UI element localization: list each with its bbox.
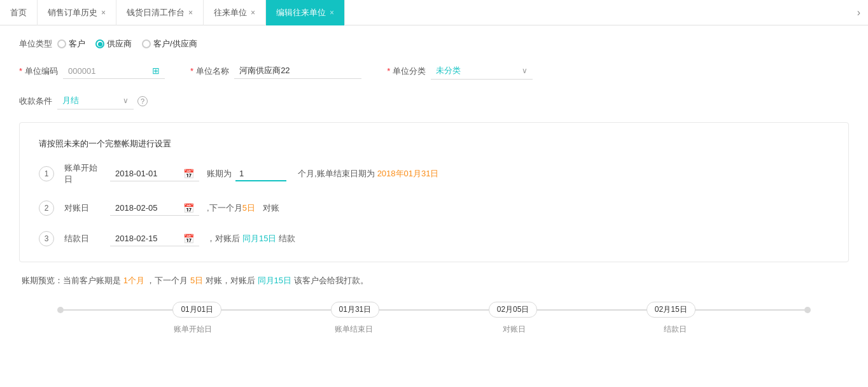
unit-code-input[interactable] (68, 66, 150, 76)
timeline-label-text-4: 结款日 (664, 324, 687, 335)
period-settings-box: 请按照未来的一个完整帐期进行设置 1 账单开始日 📅 账期为 个月,账单结束日期… (19, 122, 849, 262)
unit-name-required: * (190, 66, 193, 76)
radio-both[interactable]: 客户/供应商 (142, 38, 197, 50)
timeline-node-3: 02月05日 (489, 302, 538, 318)
radio-supplier[interactable]: 供应商 (95, 38, 132, 50)
preview-prefix: 账期预览：当前客户账期是 (22, 276, 121, 285)
payment-terms-help-icon[interactable]: ? (137, 96, 148, 106)
radio-customer[interactable]: 客户 (57, 38, 85, 50)
timeline-start-dot (57, 307, 64, 313)
period-date-input-1: 📅 (110, 167, 199, 181)
timeline-section: 01月01日 01月31日 02月05日 02月15日 (19, 302, 849, 335)
unit-name-group: * 单位名称 (190, 64, 361, 79)
payment-terms-dropdown[interactable]: 月结 ∨ (57, 92, 134, 109)
period-desc-2a: ,下一个月 (207, 202, 242, 214)
period-desc-1b: 个月,账单结束日期为 (298, 168, 375, 179)
timeline-line-5 (696, 309, 804, 311)
period-num-2: 2 (39, 201, 54, 216)
timeline-node-2: 01月31日 (331, 302, 380, 318)
calendar-icon-3[interactable]: 📅 (183, 234, 194, 244)
unit-category-value: 未分类 (436, 65, 517, 76)
period-label-1: 账单开始日 (64, 162, 100, 185)
radio-customer-label: 客户 (69, 38, 85, 50)
unit-category-dropdown[interactable]: 未分类 ∨ (431, 62, 533, 80)
tabs-bar: 首页 销售订单历史 × 钱货日清工作台 × 往来单位 × 编辑往来单位 × › (0, 0, 868, 25)
tab-cashflow-label: 钱货日清工作台 (127, 7, 185, 18)
radio-both-circle (142, 39, 151, 48)
tab-counterparty[interactable]: 往来单位 × (204, 0, 266, 25)
tab-home[interactable]: 首页 (0, 0, 38, 25)
tab-edit-counterparty-close[interactable]: × (330, 8, 334, 17)
payment-terms-value: 月结 (62, 95, 118, 106)
tab-cashflow[interactable]: 钱货日清工作台 × (116, 0, 204, 25)
period-desc-3b: 结款 (279, 233, 295, 244)
unit-category-label: 单位分类 (393, 66, 426, 77)
period-num-3: 3 (39, 231, 54, 246)
calendar-icon-1[interactable]: 📅 (183, 169, 194, 179)
period-row-2: 2 对账日 📅 ,下一个月 5日 对账 (39, 201, 829, 216)
radio-both-label: 客户/供应商 (153, 38, 197, 50)
tab-edit-counterparty[interactable]: 编辑往来单位 × (266, 0, 345, 25)
preview-highlight-1: 1个月 (123, 276, 144, 285)
tab-edit-counterparty-label: 编辑往来单位 (276, 7, 326, 18)
tab-sales-history[interactable]: 销售订单历史 × (38, 0, 116, 25)
unit-name-input[interactable] (234, 64, 361, 79)
timeline-end-dot (804, 307, 811, 313)
unit-code-required: * (19, 66, 22, 76)
period-date-input-2: 📅 (110, 201, 199, 216)
period-payment-highlight: 同月15日 (242, 233, 276, 244)
main-content: 单位类型 客户 供应商 客户/供应商 * 单位编码 ⊞ (0, 25, 868, 387)
period-title: 请按照未来的一个完整帐期进行设置 (39, 138, 829, 150)
period-label-2: 对账日 (64, 202, 100, 214)
unit-code-input-wrap: ⊞ (63, 63, 165, 79)
unit-type-radio-group: 客户 供应商 客户/供应商 (57, 38, 197, 50)
timeline-label-4: 结款日 (650, 320, 701, 335)
timeline-label-2: 账单结束日 (328, 320, 379, 335)
timeline-node-1: 01月01日 (172, 302, 221, 318)
period-row-3: 3 结款日 📅 ，对账后 同月15日 结款 (39, 231, 829, 246)
unit-code-group: * 单位编码 ⊞ (19, 63, 165, 79)
tab-cashflow-close[interactable]: × (188, 8, 193, 17)
timeline-label-text-1: 账单开始日 (174, 324, 212, 335)
timeline-labels-row: 账单开始日 账单结束日 对账日 结款日 (32, 318, 836, 335)
preview-mid2: 对账，对账后 (206, 276, 255, 285)
tab-more-button[interactable]: › (850, 7, 868, 18)
period-row-1: 1 账单开始日 📅 账期为 个月,账单结束日期为 2018年01月31日 (39, 162, 829, 185)
timeline-pill-1: 01月01日 (172, 302, 221, 318)
unit-type-row: 单位类型 客户 供应商 客户/供应商 (19, 38, 849, 50)
period-label-3: 结款日 (64, 233, 100, 244)
unit-code-label: 单位编码 (25, 66, 58, 77)
timeline-row: 01月01日 01月31日 02月05日 02月15日 (32, 302, 836, 318)
timeline-line-4 (537, 309, 646, 311)
tab-counterparty-label: 往来单位 (214, 7, 247, 18)
period-desc-1a: 账期为 (207, 168, 232, 179)
unit-type-label: 单位类型 (19, 38, 52, 50)
unit-info-row: * 单位编码 ⊞ * 单位名称 * 单位分类 未分类 ∨ (19, 62, 849, 80)
period-reconcile-highlight: 5日 (242, 202, 255, 214)
payment-terms-row: 收款条件 月结 ∨ ? (19, 92, 849, 109)
tab-sales-history-label: 销售订单历史 (48, 7, 97, 18)
timeline-pill-3: 02月05日 (489, 302, 538, 318)
radio-supplier-label: 供应商 (107, 38, 132, 50)
period-date-field-2[interactable] (115, 203, 181, 213)
period-desc-3a: ，对账后 (207, 233, 240, 244)
preview-section: 账期预览：当前客户账期是 1个月 ，下一个月 5日 对账，对账后 同月15日 该… (19, 275, 849, 286)
timeline-line-2 (221, 309, 330, 311)
period-date-field-3[interactable] (115, 234, 181, 243)
period-date-field-1[interactable] (115, 169, 181, 178)
radio-supplier-circle (95, 39, 104, 48)
timeline-line-3 (379, 309, 488, 311)
timeline-line-1 (64, 309, 172, 311)
timeline-label-3: 对账日 (489, 320, 540, 335)
payment-terms-arrow: ∨ (123, 96, 129, 105)
calendar-icon-2[interactable]: 📅 (183, 203, 194, 213)
preview-highlight-2: 5日 (190, 276, 203, 285)
period-months-input[interactable] (235, 167, 286, 181)
copy-icon[interactable]: ⊞ (152, 66, 160, 76)
tab-sales-history-close[interactable]: × (101, 8, 106, 17)
period-end-date-highlight: 2018年01月31日 (377, 168, 439, 179)
preview-suffix: 该客户会给我打款。 (294, 276, 368, 285)
tab-counterparty-close[interactable]: × (251, 8, 255, 17)
radio-customer-circle (57, 39, 66, 48)
preview-mid1: ，下一个月 (146, 276, 188, 285)
